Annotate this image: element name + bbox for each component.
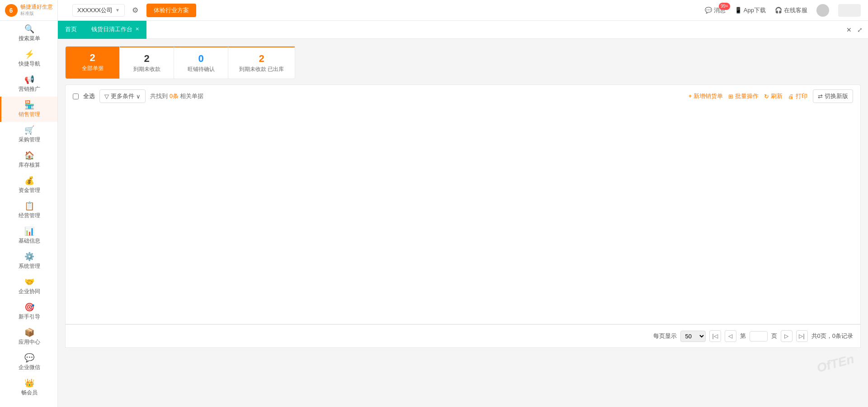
filter-arrow: ∨: [136, 93, 141, 100]
pagination-bar: 每页显示 50 100 200 |◁ ◁ 第 1 页 ▷ ▷| 共0页，0条记录: [65, 324, 861, 348]
tab-nav-actions: ✕ ⤢: [844, 24, 868, 35]
sidebar-icon-guide: 🎯: [24, 303, 34, 311]
tab-close-all-button[interactable]: ✕: [844, 24, 854, 35]
tab-expand-button[interactable]: ⤢: [855, 24, 864, 35]
company-name: XXXXXX公司: [77, 6, 113, 14]
page-size-select[interactable]: 50 100 200: [680, 331, 706, 342]
stat-num-2: 0: [185, 53, 217, 65]
sidebar-icon-marketing: 📢: [24, 75, 34, 84]
page-label-2: 页: [771, 332, 777, 340]
next-page-button[interactable]: ▷: [781, 330, 793, 342]
sidebar-label-guide: 新手引导: [19, 313, 40, 321]
user-name-area[interactable]: [838, 4, 861, 17]
stat-label-1: 到期未收款: [131, 65, 163, 73]
app-download-icon: 📱: [735, 7, 742, 14]
logo-text: 畅捷通好生意: [20, 4, 53, 11]
refresh-icon: ↻: [764, 93, 769, 100]
stat-tab-1[interactable]: 2 到期未收款: [120, 47, 174, 79]
total-info: 共0页，0条记录: [811, 332, 853, 340]
stat-num-1: 2: [131, 53, 163, 65]
sidebar-item-system[interactable]: ⚙️ 系统管理: [0, 248, 57, 274]
stat-tab-2[interactable]: 0 旺铺待确认: [174, 47, 228, 79]
sidebar-item-app-center[interactable]: 📦 应用中心: [0, 324, 57, 350]
refresh-button[interactable]: ↻ 刷新: [764, 92, 783, 100]
sidebar-label-marketing: 营销推广: [19, 85, 40, 93]
tab-qinghuo[interactable]: 钱货日清工作台 ✕: [84, 21, 146, 39]
message-button[interactable]: 💬 消息 99+: [705, 6, 726, 14]
sidebar-icon-quick-nav: ⚡: [24, 50, 34, 58]
found-info: 共找到 0条 相关单据: [150, 92, 203, 100]
sidebar-item-inventory[interactable]: 🏠 库存核算: [0, 147, 57, 173]
sidebar-item-purchase[interactable]: 🛒 采购管理: [0, 122, 57, 147]
stats-tabs: 2 全部单据 2 到期未收款 0 旺铺待确认 2 到期未收款 已出库: [65, 46, 295, 79]
sidebar-label-system: 系统管理: [19, 262, 40, 270]
print-button[interactable]: 🖨 打印: [788, 92, 807, 100]
sidebar-icon-app-center: 📦: [24, 328, 34, 337]
top-bar: XXXXXX公司 ▼ ⚙ 体验行业方案 💬 消息 99+ 📱 App下载 🎧 在…: [58, 0, 868, 21]
logo-icon: 6: [5, 4, 18, 17]
switch-icon: ⇄: [818, 93, 823, 100]
sidebar-item-guide[interactable]: 🎯 新手引导: [0, 299, 57, 324]
sidebar-label-quick-nav: 快捷导航: [19, 60, 40, 68]
tab-qinghuo-label: 钱货日清工作台: [91, 25, 132, 33]
app-download-label: App下载: [744, 6, 766, 14]
sidebar-icon-finance: 💰: [24, 177, 34, 185]
sidebar-label-search: 搜索菜单: [19, 35, 40, 42]
found-suffix: 相关单据: [180, 93, 203, 99]
online-service-label: 在线客服: [784, 6, 807, 14]
switch-new-version-button[interactable]: ⇄ 切换新版: [813, 89, 853, 103]
sidebar-label-inventory: 库存核算: [19, 161, 40, 169]
sidebar-item-member[interactable]: 👑 畅会员: [0, 375, 57, 400]
add-sales-order-button[interactable]: + 新增销货单: [689, 92, 723, 100]
sidebar-icon-purchase: 🛒: [24, 126, 34, 134]
tab-home[interactable]: 首页: [58, 21, 84, 39]
sidebar-label-operations: 经营管理: [19, 212, 40, 220]
logo-area: 6 畅捷通好生意 标准版: [0, 0, 57, 21]
online-service-icon: 🎧: [775, 7, 782, 14]
sidebar-icon-sales: 🏪: [24, 101, 34, 109]
company-selector[interactable]: XXXXXX公司 ▼: [72, 4, 125, 17]
sidebar-label-app-center: 应用中心: [19, 338, 40, 346]
filter-label: 更多条件: [111, 92, 134, 100]
sidebar-item-basic-info[interactable]: 📊 基础信息: [0, 223, 57, 248]
sidebar-item-marketing[interactable]: 📢 营销推广: [0, 71, 57, 97]
sidebar-item-cooperation[interactable]: 🤝 企业协同: [0, 274, 57, 299]
stat-tab-3[interactable]: 2 到期未收款 已出库: [228, 47, 295, 79]
found-prefix: 共找到: [150, 93, 168, 99]
sidebar-label-wechat: 企业微信: [19, 364, 40, 371]
sidebar-icon-operations: 📋: [24, 202, 34, 210]
logo-text-area: 畅捷通好生意 标准版: [20, 4, 53, 17]
settings-button[interactable]: ⚙: [128, 4, 142, 17]
more-filter-button[interactable]: ▽ 更多条件 ∨: [99, 89, 146, 103]
prev-page-button[interactable]: ◁: [725, 330, 736, 342]
sidebar-label-basic-info: 基础信息: [19, 237, 40, 245]
print-icon: 🖨: [788, 93, 794, 100]
sidebar-icon-member: 👑: [24, 379, 34, 387]
sidebar-item-operations[interactable]: 📋 经营管理: [0, 198, 57, 223]
online-service-button[interactable]: 🎧 在线客服: [775, 6, 807, 14]
sidebar-item-sales[interactable]: 🏪 销售管理: [0, 97, 57, 122]
top-right-area: 💬 消息 99+ 📱 App下载 🎧 在线客服: [705, 4, 861, 17]
sidebar-item-wechat[interactable]: 💬 企业微信: [0, 350, 57, 375]
last-page-button[interactable]: ▷|: [796, 330, 808, 342]
select-all-checkbox[interactable]: [73, 94, 79, 99]
page-number-input[interactable]: 1: [750, 331, 768, 342]
toolbar-right: + 新增销货单 ⊞ 批量操作 ↻ 刷新 🖨 打印 ⇄ 切换新版: [689, 89, 853, 103]
tab-qinghuo-close[interactable]: ✕: [135, 26, 139, 32]
first-page-button[interactable]: |◁: [709, 330, 721, 342]
logo-sub: 标准版: [20, 10, 53, 17]
sidebar-menu: 🔍 搜索菜单 ⚡ 快捷导航 📢 营销推广 🏪 销售管理 🛒 采购管理 🏠 库存核…: [0, 21, 57, 407]
sidebar-item-quick-nav[interactable]: ⚡ 快捷导航: [0, 46, 57, 71]
user-avatar[interactable]: [816, 4, 829, 17]
stat-label-0: 全部单据: [76, 65, 108, 72]
stat-label-3: 到期未收款 已出库: [239, 65, 284, 73]
page-label: 第: [740, 332, 746, 340]
sidebar-icon-inventory: 🏠: [24, 151, 34, 159]
try-industry-button[interactable]: 体验行业方案: [146, 4, 196, 17]
company-dropdown-arrow: ▼: [115, 8, 120, 13]
sidebar-item-search[interactable]: 🔍 搜索菜单: [0, 21, 57, 46]
sidebar-item-finance[interactable]: 💰 资金管理: [0, 173, 57, 198]
batch-operation-button[interactable]: ⊞ 批量操作: [728, 92, 759, 100]
stat-tab-0[interactable]: 2 全部单据: [66, 47, 120, 79]
app-download-button[interactable]: 📱 App下载: [735, 6, 766, 14]
